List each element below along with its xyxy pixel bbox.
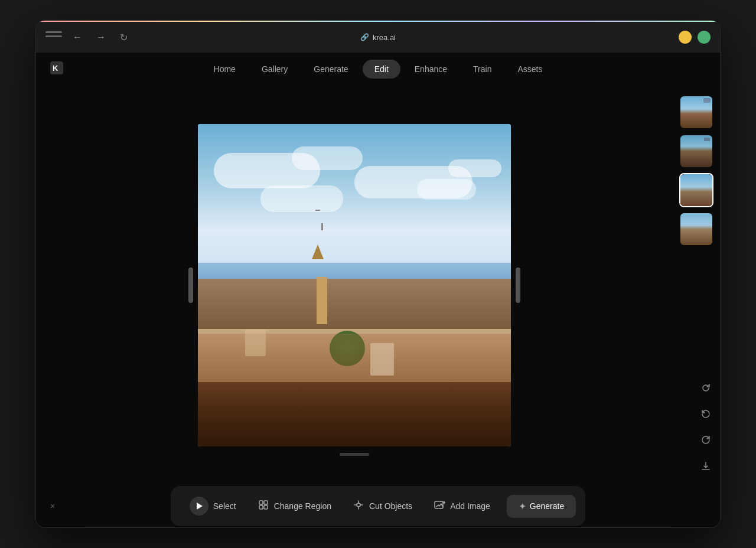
house-facade-2 [245, 330, 266, 356]
clouds-layer [198, 140, 511, 269]
generate-plus-icon: ✦ [519, 501, 526, 512]
city-scene [198, 124, 511, 446]
nav-generate[interactable]: Generate [302, 60, 360, 79]
sidebar-toggle-btn[interactable] [45, 31, 62, 43]
thumb-bg-3 [680, 174, 712, 206]
church-cross-h [315, 210, 320, 211]
thumbnail-3[interactable] [679, 173, 713, 207]
play-icon [197, 503, 203, 510]
select-label: Select [213, 501, 236, 511]
redo-btn[interactable] [696, 430, 715, 449]
main-image [198, 124, 511, 446]
refresh-button[interactable]: ↻ [116, 30, 131, 45]
download-btn[interactable] [696, 456, 715, 475]
select-icon-circle [190, 497, 208, 516]
nav-assets[interactable]: Assets [506, 60, 554, 79]
scroll-indicator-bottom [340, 453, 369, 456]
change-region-btn[interactable]: Change Region [248, 493, 341, 519]
download-icon [700, 461, 711, 471]
address-bar[interactable]: 🔗 krea.ai [360, 33, 396, 42]
redo-icon [700, 435, 711, 445]
svg-rect-4 [259, 505, 263, 509]
undo-icon [700, 409, 711, 419]
thumbnail-4[interactable] [679, 212, 713, 246]
cloud-5 [448, 159, 501, 177]
image-container[interactable] [198, 124, 511, 446]
church-steeple [312, 244, 324, 259]
svg-point-6 [357, 503, 360, 507]
titlebar-right [679, 31, 711, 44]
window-control-yellow[interactable] [679, 31, 692, 44]
svg-rect-3 [264, 501, 268, 504]
back-button[interactable]: ← [69, 30, 86, 45]
nav-train[interactable]: Train [461, 60, 503, 79]
main-content [36, 86, 720, 485]
link-icon: 🔗 [360, 33, 369, 41]
toolbar-inner: Select Change Region [171, 486, 585, 526]
change-region-label: Change Region [274, 501, 331, 511]
krea-logo: K [50, 61, 63, 77]
svg-rect-5 [264, 505, 268, 509]
thumbnail-1[interactable] [679, 95, 713, 129]
thumbnail-2[interactable] [679, 134, 713, 168]
titlebar-left: ← → ↻ [45, 30, 131, 45]
bottom-toolbar: × Select Change Regio [36, 485, 720, 527]
resize-handle-right[interactable] [516, 268, 520, 303]
church-cross-v [321, 223, 323, 230]
thumb-plane-1 [703, 98, 711, 103]
resize-handle-left[interactable] [188, 268, 193, 303]
thumb-bg-4 [680, 213, 712, 245]
cut-objects-icon [353, 499, 364, 513]
nav-enhance[interactable]: Enhance [403, 60, 459, 79]
add-image-label: Add Image [450, 501, 490, 511]
app-window: ← → ↻ 🔗 krea.ai K Home Gallery Generate … [35, 20, 721, 528]
thumb-scene-4 [680, 213, 712, 245]
canvas-area[interactable] [36, 86, 673, 485]
nav-home[interactable]: Home [202, 60, 247, 79]
svg-text:K: K [53, 64, 58, 73]
navbar: K Home Gallery Generate Edit Enhance Tra… [36, 53, 720, 86]
thumb-plane-2 [704, 138, 710, 141]
svg-rect-2 [259, 501, 263, 504]
cloud-2 [292, 146, 363, 170]
forward-button[interactable]: → [93, 30, 109, 45]
add-image-icon [434, 499, 445, 513]
undo-btn[interactable] [696, 405, 715, 423]
toolbar-close-btn[interactable]: × [50, 501, 55, 511]
cut-objects-btn[interactable]: Cut Objects [343, 493, 422, 519]
cloud-6 [260, 185, 343, 212]
thumb-scene-1 [680, 96, 712, 128]
url-text: krea.ai [373, 33, 396, 42]
toggle-line-1 [45, 31, 62, 33]
foreground-layer [198, 382, 511, 446]
nav-edit[interactable]: Edit [363, 60, 400, 79]
thumb-scene-3 [680, 174, 712, 206]
generate-btn[interactable]: ✦ Generate [507, 495, 576, 518]
right-actions [696, 379, 715, 475]
church-tower-body [317, 277, 327, 324]
select-tool-btn[interactable]: Select [180, 491, 246, 521]
thumb-scene-2 [680, 135, 712, 167]
window-control-green[interactable] [698, 31, 711, 44]
titlebar: ← → ↻ 🔗 krea.ai [36, 22, 720, 53]
refresh-action-btn[interactable] [696, 379, 715, 397]
generate-label: Generate [530, 501, 564, 511]
change-region-icon [258, 499, 269, 513]
nav-gallery[interactable]: Gallery [250, 60, 299, 79]
house-facade-1 [370, 343, 394, 376]
refresh-icon [700, 383, 711, 393]
toggle-line-2 [45, 35, 62, 37]
cut-objects-label: Cut Objects [369, 501, 412, 511]
add-image-btn[interactable]: Add Image [424, 493, 500, 519]
right-panel [673, 86, 720, 485]
cloud-4 [417, 179, 476, 200]
